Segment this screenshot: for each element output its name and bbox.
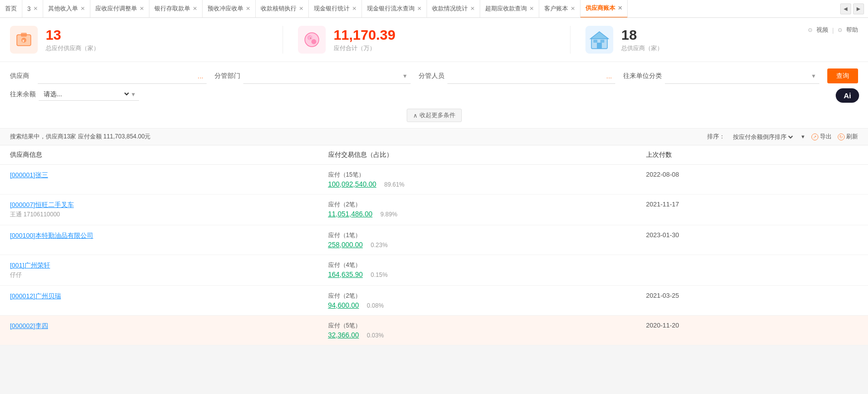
table-row: [000100]本特勤油品有限公司 应付（1笔） 258,000.00 0.23… (0, 225, 868, 255)
ai-badge[interactable]: Ai (836, 88, 859, 103)
refresh-icon: ↻ (838, 133, 845, 140)
top-navigation: 首页 3 ✕ 其他收入单 ✕ 应收应付调整单 ✕ 银行存取款单 ✕ 预收冲应收单… (0, 0, 868, 18)
person-input[interactable] (450, 70, 606, 81)
close-icon[interactable]: ✕ (352, 5, 357, 12)
close-icon[interactable]: ✕ (417, 5, 422, 12)
search-button[interactable]: 查询 (827, 68, 858, 83)
department-input[interactable] (246, 70, 403, 81)
txn-percent: 0.08% (367, 302, 384, 309)
supplier-info-cell: [000001]张三 (10, 171, 328, 180)
supplier-sub: 王通 17106110000 (10, 210, 328, 219)
svg-rect-1 (21, 33, 27, 37)
txn-label: 应付（15笔） (328, 171, 647, 179)
balance-filter-label: 往来余额 (10, 90, 36, 99)
results-summary-text: 搜索结果中，供应商13家 应付金额 111,703,854.00元 (10, 132, 150, 141)
supplier-link[interactable]: [000100]本特勤油品有限公司 (10, 231, 328, 240)
svg-rect-11 (597, 43, 602, 49)
txn-amount[interactable]: 11,051,486.00 (328, 210, 373, 218)
txn-amount-row: 32,366.00 0.03% (328, 330, 647, 339)
txn-label: 应付（2笔） (328, 292, 647, 300)
last-payment-date: 2022-08-08 (646, 171, 679, 178)
payable-total-label: 应付合计（万） (334, 44, 396, 53)
svg-rect-9 (593, 40, 597, 43)
supplier-sub: 仔仔 (10, 271, 328, 279)
payable-suppliers-icon: ¥ (10, 26, 38, 54)
supplier-link[interactable]: [000012]广州贝瑞 (10, 292, 328, 301)
total-suppliers-label: 总供应商（家） (621, 44, 663, 53)
supplier-link[interactable]: [000001]张三 (10, 171, 328, 180)
col-last-payment: 上次付数 (646, 150, 858, 159)
tab-customer-ledger[interactable]: 客户账本 ✕ (539, 0, 580, 18)
separator: | (832, 27, 834, 34)
supplier-filter-label: 供应商 (10, 71, 35, 80)
txn-label: 应付（5笔） (328, 322, 647, 330)
department-filter-label: 分管部门 (215, 71, 240, 80)
txn-amount[interactable]: 164,635.90 (328, 270, 363, 278)
tab-ar-ap-adjust[interactable]: 应收应付调整单 ✕ (90, 0, 149, 18)
supplier-info-cell: [000007]恒旺二手叉车 王通 17106110000 (10, 200, 328, 219)
tab-home[interactable]: 首页 (0, 0, 22, 18)
close-icon[interactable]: ✕ (246, 5, 250, 12)
supplier-link[interactable]: [001]广州荣轩 (10, 261, 328, 270)
supplier-dots-icon[interactable]: ... (198, 72, 204, 80)
txn-percent: 9.89% (380, 211, 397, 218)
last-payment-cell: 2021-11-17 (646, 200, 858, 208)
video-link[interactable]: 视频 (816, 26, 828, 34)
tab-cash-bank-query[interactable]: 现金银行流水查询 ✕ (362, 0, 427, 18)
nav-left-arrow[interactable]: ◀ (840, 3, 851, 14)
txn-info-cell: 应付（5笔） 32,366.00 0.03% (328, 322, 647, 339)
table-row: [000002]李四 应付（5笔） 32,366.00 0.03% 2020-1… (0, 316, 868, 345)
tab-bank-deposit[interactable]: 银行存取款单 ✕ (149, 0, 203, 18)
refresh-button[interactable]: ↻ 刷新 (838, 132, 858, 141)
last-payment-date: 2023-01-30 (646, 231, 679, 239)
person-dots-icon[interactable]: ... (606, 72, 612, 80)
col-supplier-info: 供应商信息 (10, 150, 328, 159)
tab-supplier-ledger[interactable]: 供应商账本 ✕ (580, 0, 628, 18)
balance-input-wrap[interactable]: 请选... 全部 正数 负数 ▼ (39, 88, 139, 101)
txn-amount[interactable]: 100,092,540.00 (328, 180, 376, 188)
category-input[interactable] (668, 70, 811, 81)
tab-prepay-ar[interactable]: 预收冲应收单 ✕ (203, 0, 256, 18)
txn-amount[interactable]: 258,000.00 (328, 241, 363, 249)
tab-receipt-write-off[interactable]: 收款核销执行 ✕ (256, 0, 309, 18)
txn-percent: 89.61% (384, 181, 405, 188)
close-icon[interactable]: ✕ (33, 5, 38, 12)
close-icon[interactable]: ✕ (571, 5, 575, 12)
tab-3[interactable]: 3 ✕ (22, 0, 43, 18)
close-icon[interactable]: ✕ (299, 5, 303, 12)
collapse-icon: ∧ (413, 112, 418, 119)
supplier-input[interactable] (41, 70, 198, 81)
txn-amount[interactable]: 94,600.00 (328, 301, 359, 309)
export-icon: ↗ (811, 133, 818, 140)
supplier-info-cell: [000012]广州贝瑞 (10, 292, 328, 301)
collapse-button[interactable]: ∧ 收起更多条件 (407, 109, 462, 122)
sort-select[interactable]: 按应付余额倒序排序 按应付余额正序排序 (731, 133, 795, 141)
close-icon[interactable]: ✕ (470, 5, 475, 12)
balance-select[interactable]: 请选... 全部 正数 负数 (42, 90, 131, 98)
txn-amount-row: 94,600.00 0.08% (328, 300, 647, 309)
nav-right-arrow[interactable]: ▶ (853, 3, 864, 14)
close-icon[interactable]: ✕ (193, 5, 197, 12)
tab-other-income[interactable]: 其他收入单 ✕ (43, 0, 90, 18)
export-button[interactable]: ↗ 导出 (811, 132, 832, 141)
payable-total-icon: 🌸 (298, 26, 326, 54)
close-icon[interactable]: ✕ (618, 5, 622, 11)
last-payment-date: 2021-03-25 (646, 292, 679, 299)
close-icon[interactable]: ✕ (80, 5, 85, 12)
help-link[interactable]: 帮助 (846, 26, 858, 34)
supplier-link[interactable]: [000002]李四 (10, 322, 328, 330)
sort-label: 排序： (707, 132, 725, 141)
chevron-down-icon: ▼ (800, 134, 805, 139)
close-icon[interactable]: ✕ (140, 5, 144, 12)
tab-cash-bank-stat[interactable]: 现金银行统计 ✕ (309, 0, 362, 18)
tab-receipt-stat[interactable]: 收款情况统计 ✕ (427, 0, 480, 18)
balance-chevron-icon: ▼ (131, 91, 136, 97)
payable-total-info: 11,170.39 应付合计（万） (334, 27, 396, 53)
supplier-link[interactable]: [000007]恒旺二手叉车 (10, 200, 328, 209)
close-icon[interactable]: ✕ (529, 5, 534, 12)
tab-overdue-ar[interactable]: 超期应收款查询 ✕ (480, 0, 539, 18)
department-chevron-icon[interactable]: ▼ (402, 73, 408, 79)
last-payment-date: 2021-11-17 (646, 200, 679, 208)
txn-amount[interactable]: 32,366.00 (328, 331, 359, 339)
category-chevron-icon[interactable]: ▼ (811, 73, 816, 79)
